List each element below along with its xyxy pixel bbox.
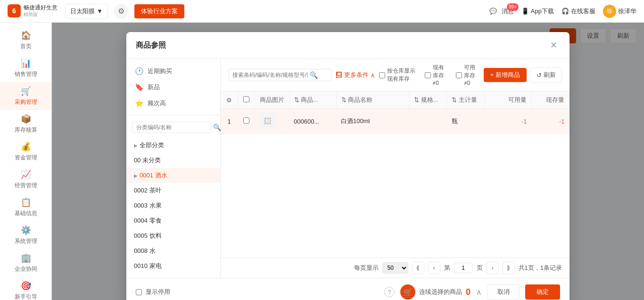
message-badge: 99+: [507, 3, 519, 11]
logo: 6 畅捷通好生意 精简版: [8, 4, 59, 17]
sidebar-item-sales-label: 销售管理: [15, 70, 37, 78]
col-header-unit[interactable]: ⇅ 主计量: [447, 92, 485, 109]
cat-item-0004[interactable]: 0004 零食: [126, 213, 220, 228]
tab-frequent[interactable]: ⭐ 频次高: [130, 96, 216, 111]
app-download-btn[interactable]: 📱 App下载: [521, 7, 554, 16]
checkbox-nonzero-avail-input[interactable]: [456, 72, 462, 78]
checkbox-nonzero-avail[interactable]: 可用库存≠0: [456, 64, 480, 86]
cat-item-0008[interactable]: 0008 水: [126, 243, 220, 258]
col-header-check: [238, 92, 255, 109]
tab-recent[interactable]: 🕐 近期购买: [130, 64, 216, 79]
checkbox-group: 按仓库显示现有库存 现有库存≠0 可用库存≠0: [379, 64, 480, 86]
add-product-button[interactable]: + 新增商品: [484, 68, 527, 82]
product-thumbnail: 🖼: [259, 113, 276, 130]
sidebar: 🏠 首页 📊 销售管理 🛒 采购管理 📦 库存核算 💰 资金管理 📈 经营管理 …: [0, 23, 52, 300]
category-search-input[interactable]: [132, 122, 211, 133]
category-search-icon[interactable]: 🔍: [213, 124, 221, 131]
branch-dropdown[interactable]: 日太阳膜 ▼: [65, 4, 108, 19]
sidebar-item-finance-label: 资金管理: [15, 154, 37, 162]
page-first-button[interactable]: ⟪: [412, 262, 424, 274]
sidebar-item-inventory-label: 库存核算: [15, 126, 37, 134]
sidebar-item-guide-label: 新手引导: [15, 293, 37, 300]
settings-icon[interactable]: ⚙: [114, 4, 129, 19]
sidebar-item-purchase[interactable]: 🛒 采购管理: [0, 82, 51, 110]
checkbox-nonzero-stock-input[interactable]: [425, 72, 431, 78]
table-row[interactable]: 1 🖼 000600... 白酒100ml: [221, 109, 570, 134]
left-panel: 🕐 近期购买 🔖 新品 ⭐ 频次高: [126, 59, 221, 278]
online-service-btn[interactable]: 🎧 在线客服: [561, 7, 595, 16]
cart-icon[interactable]: 🛒: [400, 284, 415, 300]
left-tabs: 🕐 近期购买 🔖 新品 ⭐ 频次高: [126, 64, 220, 111]
product-table: ⚙ 商品图片: [221, 92, 570, 134]
tab-new[interactable]: 🔖 新品: [130, 80, 216, 95]
active-arrow-icon: ▶: [134, 173, 138, 178]
product-search-input[interactable]: [232, 72, 308, 78]
page-prev-button[interactable]: ‹: [428, 262, 440, 274]
col-header-num: ⚙: [221, 92, 238, 109]
cat-item-0001[interactable]: ▶ 0001 酒水: [126, 168, 220, 183]
sidebar-item-system[interactable]: ⚙️ 系统管理: [0, 221, 51, 249]
sidebar-item-operation[interactable]: 📈 经营管理: [0, 166, 51, 193]
confirm-button[interactable]: 确定: [525, 284, 560, 300]
refresh-button[interactable]: ↺ 刷新: [530, 67, 562, 83]
inventory-icon: 📦: [21, 114, 31, 124]
row-checkbox[interactable]: [243, 117, 249, 124]
message-icon: 💬: [489, 8, 497, 15]
footer-cart: 🛒 连续选择的商品 0: [400, 284, 471, 300]
col-header-name[interactable]: ⇅ 商品名称: [336, 92, 409, 109]
product-reference-modal: 商品参照 ✕ 🕐 近期购买 🔖: [126, 32, 570, 300]
sidebar-item-home[interactable]: 🏠 首页: [0, 26, 51, 54]
modal-close-button[interactable]: ✕: [547, 39, 560, 52]
sidebar-item-sales[interactable]: 📊 销售管理: [0, 54, 51, 82]
cat-item-0005[interactable]: 0005 饮料: [126, 228, 220, 243]
category-tree: ▶ 全部分类 00 未分类 ▶ 0001 酒水 0002 茶: [126, 136, 220, 273]
collapse-up-icon[interactable]: ∧: [476, 288, 482, 297]
cat-item-0010[interactable]: 0010 家电: [126, 258, 220, 273]
cat-item-0002[interactable]: 0002 茶叶: [126, 183, 220, 198]
cat-item-0003[interactable]: 0003 水果: [126, 198, 220, 213]
cat-item-all[interactable]: ▶ 全部分类: [126, 138, 220, 153]
main-layout: 🏠 首页 📊 销售管理 🛒 采购管理 📦 库存核算 💰 资金管理 📈 经营管理 …: [0, 23, 644, 300]
tab-frequent-label: 频次高: [148, 99, 166, 108]
col-header-avail: 可用量: [485, 92, 532, 109]
cart-count: 0: [466, 287, 471, 297]
checkbox-nonzero-stock[interactable]: 现有库存≠0: [425, 64, 449, 86]
search-icon[interactable]: 🔍: [310, 71, 318, 79]
sidebar-item-finance[interactable]: 💰 资金管理: [0, 138, 51, 166]
page-size-select[interactable]: 50 100 200: [382, 262, 408, 274]
page-input[interactable]: [454, 263, 473, 273]
sidebar-item-enterprise[interactable]: 🏢 企业协同: [0, 249, 51, 277]
filter-btn[interactable]: ⛾ 更多条件 ∧: [336, 71, 375, 79]
col-header-code[interactable]: ⇅ 商品...: [289, 92, 336, 109]
tab-recent-label: 近期购买: [148, 67, 172, 75]
cat-item-00[interactable]: 00 未分类: [126, 153, 220, 168]
settings-col-icon[interactable]: ⚙: [226, 97, 232, 104]
help-icon[interactable]: ?: [384, 287, 395, 297]
row-check[interactable]: [238, 109, 255, 134]
col-header-stock: 现存量: [532, 92, 570, 109]
page-next-button[interactable]: ›: [487, 262, 499, 274]
page-label2: 页: [477, 264, 483, 272]
row-spec: [409, 109, 447, 134]
user-avatar[interactable]: 徐 徐泽华: [603, 5, 636, 18]
message-btn[interactable]: 💬 99+ 消息: [489, 7, 514, 16]
sidebar-item-guide[interactable]: 🎯 新手引导: [0, 277, 51, 300]
checkbox-warehouse[interactable]: 按仓库显示现有库存: [379, 67, 417, 83]
system-icon: ⚙️: [21, 225, 31, 235]
avatar-icon: 徐: [603, 5, 616, 18]
show-disabled-checkbox[interactable]: [136, 289, 142, 295]
exp-btn[interactable]: 体验行业方案: [134, 4, 184, 18]
checkbox-warehouse-input[interactable]: [379, 72, 385, 78]
cancel-button[interactable]: 取消: [487, 284, 520, 300]
table-body: 1 🖼 000600... 白酒100ml: [221, 109, 570, 134]
page-last-button[interactable]: ⟫: [503, 262, 515, 274]
col-header-spec[interactable]: ⇅ 规格...: [409, 92, 447, 109]
col-header-img: 商品图片: [255, 92, 289, 109]
sidebar-item-inventory[interactable]: 📦 库存核算: [0, 110, 51, 138]
select-all-checkbox[interactable]: [243, 96, 249, 102]
sidebar-item-home-label: 首页: [20, 42, 32, 50]
row-unit: 瓶: [447, 109, 485, 134]
sidebar-item-basic[interactable]: 📋 基础信息: [0, 193, 51, 221]
page-label: 第: [444, 264, 450, 272]
row-num: 1: [221, 109, 238, 134]
